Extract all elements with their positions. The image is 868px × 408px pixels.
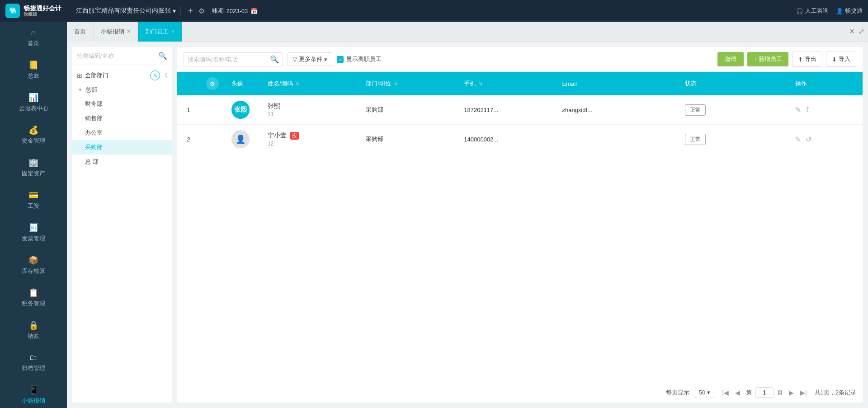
sidebar-item-tax[interactable]: 📋 税务管理 [0, 281, 67, 314]
dept-group-zongbu[interactable]: ▾ 总部 [72, 83, 172, 97]
sidebar-item-reports[interactable]: 📊 云报表中心 [0, 86, 67, 119]
show-resigned-toggle[interactable]: ✓ 显示离职员工 [337, 55, 382, 63]
table-row: 1 张熙 张熙 [177, 95, 863, 125]
th-name[interactable]: 姓名/编码 ⇅ [261, 72, 359, 95]
first-page-button[interactable]: |◀ [720, 388, 731, 397]
page-summary: 共1页，2条记录 [815, 389, 856, 397]
xiaochang-icon: 📱 [28, 385, 38, 395]
emp-search-box: 🔍 [184, 52, 283, 66]
topbar: 畅 畅捷通好会计 旗舰版 江西服宝精品有限责任公司内账张 ▾ + ⚙ 账期 20… [0, 0, 868, 22]
period-selector[interactable]: 账期 2023-03 📅 [212, 7, 258, 15]
dept-node-bangong[interactable]: 办公室 [72, 126, 172, 140]
page-label: 页 [777, 389, 783, 397]
table-head: ⚙ 头像 姓名/编码 ⇅ [177, 72, 863, 95]
table-settings-button[interactable]: ⚙ [206, 77, 219, 90]
emp-search-input[interactable] [188, 56, 267, 63]
row2-refresh-button[interactable]: ↺ [806, 135, 811, 144]
prev-page-button[interactable]: ◀ [733, 388, 742, 397]
tab-xiaochang[interactable]: 小畅报销 × [94, 22, 138, 42]
tax-icon: 📋 [28, 288, 38, 298]
row1-avatar: 张熙 [231, 101, 250, 119]
employee-table: ⚙ 头像 姓名/编码 ⇅ [177, 72, 863, 154]
th-avatar: 头像 [225, 72, 261, 95]
phone-sort-icon: ⇅ [479, 81, 482, 86]
row1-action-cell: ✎ ⤴ [789, 95, 863, 125]
row1-name-code: 张熙 11 [268, 102, 353, 117]
th-index [177, 72, 200, 95]
row1-avatar-cell: 张熙 [225, 95, 261, 125]
emp-toolbar: 🔍 ▽ 更多条件 ▾ ✓ 显示离职员工 邀请 [177, 47, 863, 72]
row2-status-badge: 正常 [685, 134, 706, 145]
row2-index: 2 [177, 125, 200, 154]
sidebar: ⌂ 首页 📒 总账 📊 云报表中心 💰 资金管理 🏢 固定资产 💳 工资 🧾 发… [0, 22, 67, 408]
dept-node-caiwu[interactable]: 财务部 [72, 97, 172, 111]
row2-edit-button[interactable]: ✎ [795, 135, 801, 144]
next-page-button[interactable]: ▶ [787, 388, 796, 397]
user-menu[interactable]: 👤 畅捷通 [836, 7, 863, 15]
dept-search-icon[interactable]: 🔍 [158, 52, 167, 60]
dept-sort-icon: ⇅ [394, 81, 397, 86]
th-email: Email [556, 72, 678, 95]
dept-all-header[interactable]: ⊞ 全部部门 ✎ 《 [72, 68, 172, 83]
content-area: 首页 小畅报销 × 部门员工 × ✕ ⤢ 🔍 [67, 22, 868, 408]
tab-xiaochang-close[interactable]: × [127, 28, 130, 35]
tab-home[interactable]: 首页 [67, 22, 94, 42]
row1-index: 1 [177, 95, 200, 125]
last-page-button[interactable]: ▶| [798, 388, 809, 397]
add-employee-button[interactable]: + 新增员工 [747, 52, 788, 66]
sidebar-item-fixed-assets[interactable]: 🏢 固定资产 [0, 151, 67, 184]
th-dept[interactable]: 部门/职位 ⇅ [359, 72, 458, 95]
close-period-icon: 🔒 [28, 320, 38, 330]
sidebar-item-xiaochang[interactable]: 📱 小畅报销 [0, 379, 67, 408]
th-status: 状态 [679, 72, 789, 95]
filter-chevron-icon: ▾ [324, 56, 327, 63]
home-icon: ⌂ [31, 28, 36, 38]
sidebar-item-close[interactable]: 🔒 结账 [0, 314, 67, 347]
add-company-button[interactable]: + [188, 6, 193, 16]
row1-name-cell: 张熙 11 [261, 95, 359, 125]
page-number-input[interactable] [755, 387, 774, 398]
th-phone[interactable]: 手机 ⇅ [458, 72, 556, 95]
table-body: 1 张熙 张熙 [177, 95, 863, 154]
filter-button[interactable]: ▽ 更多条件 ▾ [288, 52, 332, 66]
sidebar-item-capital[interactable]: 💰 资金管理 [0, 119, 67, 151]
logo-sub-text: 旗舰版 [24, 12, 61, 17]
maximize-window-button[interactable]: ⤢ [859, 27, 864, 36]
row1-edit-button[interactable]: ✎ [795, 106, 801, 114]
emp-search-icon[interactable]: 🔍 [270, 55, 279, 64]
sidebar-item-inventory[interactable]: 📦 库存核算 [0, 249, 67, 281]
sidebar-item-invoice[interactable]: 🧾 发票管理 [0, 216, 67, 249]
tab-dept-emp[interactable]: 部门员工 × [138, 22, 182, 42]
th-settings: ⚙ [200, 72, 225, 95]
row1-exit-button[interactable]: ⤴ [806, 106, 809, 114]
capital-icon: 💰 [28, 125, 38, 135]
sidebar-item-label: 库存核算 [22, 267, 45, 275]
sidebar-item-salary[interactable]: 💳 工资 [0, 184, 67, 216]
fixed-assets-icon: 🏢 [28, 158, 38, 168]
company-selector[interactable]: 江西服宝精品有限责任公司内账张 ▾ [76, 7, 176, 15]
export-button[interactable]: ⬆ 导出 [792, 52, 822, 67]
dept-node-caigou[interactable]: 采购部 [72, 140, 172, 155]
logo-text: 畅捷通好会计 旗舰版 [24, 5, 61, 18]
show-resigned-checkbox[interactable]: ✓ [337, 56, 344, 63]
sidebar-item-archive[interactable]: 🗂 归档管理 [0, 347, 67, 379]
close-window-button[interactable]: ✕ [849, 27, 855, 36]
row2-dept-cell: 采购部 [359, 125, 458, 154]
tab-dept-emp-close[interactable]: × [171, 28, 175, 35]
import-button[interactable]: ⬇ 导入 [826, 52, 856, 67]
service-button[interactable]: 🎧 人工咨询 [796, 7, 829, 15]
row1-dept-cell: 采购部 [359, 95, 458, 125]
sidebar-item-home[interactable]: ⌂ 首页 [0, 22, 67, 54]
sidebar-item-label: 小畅报销 [22, 397, 45, 405]
dept-node-zong[interactable]: 总 部 [72, 155, 172, 169]
dept-collapse-button[interactable]: 《 [162, 72, 167, 80]
dept-node-xiaoshou[interactable]: 销售部 [72, 111, 172, 126]
dept-edit-button[interactable]: ✎ [150, 70, 160, 80]
page-size-select[interactable]: 50 ▾ [695, 387, 714, 398]
dept-search-input[interactable] [77, 52, 156, 59]
topbar-divider [180, 6, 181, 15]
invite-button[interactable]: 邀请 [717, 52, 744, 66]
sidebar-item-ledger[interactable]: 📒 总账 [0, 54, 67, 86]
settings-icon[interactable]: ⚙ [198, 7, 205, 15]
page-size-label: 每页显示 [666, 389, 689, 397]
